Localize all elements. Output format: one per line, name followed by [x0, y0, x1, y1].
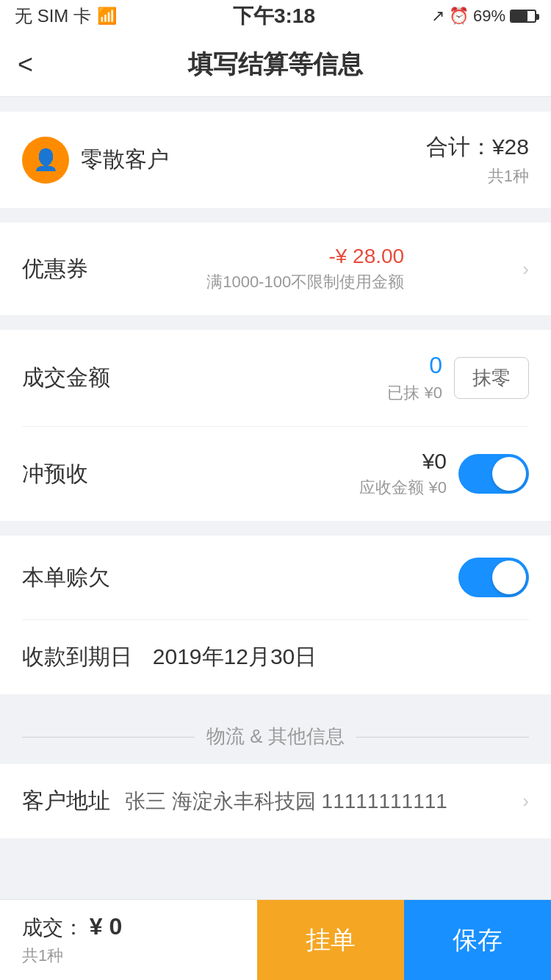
pre-receive-value: ¥0 [359, 449, 447, 474]
avatar: 👤 [22, 137, 69, 184]
deal-section: 成交金额 0 已抹 ¥0 抹零 冲预收 ¥0 应收金额 ¥0 [0, 330, 551, 521]
customer-row: 👤 零散客户 合计：¥28 共1种 [0, 112, 551, 208]
address-section: 客户地址 张三 海淀永丰科技园 11111111111 › [0, 764, 551, 838]
bottom-deal-line: 成交： ¥ 0 [22, 913, 235, 942]
credit-label: 本单赊欠 [22, 563, 110, 593]
address-value: 张三 海淀永丰科技园 11111111111 [125, 788, 508, 815]
battery-icon [510, 10, 536, 23]
coupon-row[interactable]: 优惠券 -¥ 28.00 满1000-100不限制使用金额 › [0, 223, 551, 315]
pre-receive-right: ¥0 应收金额 ¥0 [359, 449, 529, 499]
deal-amount-label: 成交金额 [22, 363, 110, 393]
bottom-summary: 成交： ¥ 0 共1种 [0, 913, 257, 967]
bottom-bar: 成交： ¥ 0 共1种 挂单 保存 [0, 899, 551, 980]
coupon-label: 优惠券 [22, 254, 88, 284]
address-label: 客户地址 [22, 786, 110, 816]
bottom-deal-amount: ¥ 0 [90, 913, 122, 940]
save-button[interactable]: 保存 [404, 900, 551, 981]
deal-amount-right: 0 已抹 ¥0 抹零 [387, 352, 529, 404]
status-time: 下午3:18 [233, 2, 315, 30]
back-button[interactable]: < [18, 49, 33, 80]
logistics-divider: 物流 & 其他信息 [0, 709, 551, 764]
page-title: 填写结算等信息 [188, 48, 363, 82]
status-right: ↗ ⏰ 69% [431, 7, 536, 26]
total-count: 共1种 [426, 165, 529, 187]
coupon-section: 优惠券 -¥ 28.00 满1000-100不限制使用金额 › [0, 223, 551, 315]
bottom-deal-label: 成交： [22, 916, 84, 939]
credit-toggle[interactable] [458, 558, 529, 597]
credit-section: 本单赊欠 收款到期日 2019年12月30日 [0, 536, 551, 694]
content-area: 👤 零散客户 合计：¥28 共1种 优惠券 -¥ 28.00 满1000-100… [0, 112, 551, 941]
credit-toggle-knob [492, 561, 526, 594]
toggle-knob [492, 457, 526, 491]
logistics-label: 物流 & 其他信息 [195, 724, 356, 749]
coupon-description: 满1000-100不限制使用金额 [206, 271, 404, 293]
bottom-count: 共1种 [22, 945, 235, 967]
deal-amount-sub: 已抹 ¥0 [387, 382, 442, 404]
location-icon: ↗ [431, 7, 444, 26]
customer-left: 👤 零散客户 [22, 137, 169, 184]
due-date-label: 收款到期日 [22, 644, 132, 669]
coupon-discount: -¥ 28.00 [206, 245, 404, 268]
round-zero-button[interactable]: 抹零 [454, 357, 529, 399]
pre-receive-row: 冲预收 ¥0 应收金额 ¥0 [0, 427, 551, 521]
no-sim-text: 无 SIM 卡 [15, 4, 91, 28]
pre-receive-label: 冲预收 [22, 459, 88, 489]
pre-receive-toggle[interactable] [458, 454, 529, 494]
status-left: 无 SIM 卡 📶 [15, 4, 117, 28]
status-bar: 无 SIM 卡 📶 下午3:18 ↗ ⏰ 69% [0, 0, 551, 32]
credit-row: 本单赊欠 [0, 536, 551, 619]
coupon-right: -¥ 28.00 满1000-100不限制使用金额 [206, 245, 404, 293]
customer-right: 合计：¥28 共1种 [426, 132, 529, 187]
coupon-chevron-icon: › [522, 258, 529, 281]
total-amount: 合计：¥28 [426, 132, 529, 162]
battery-percent: 69% [473, 7, 505, 26]
alarm-icon: ⏰ [449, 7, 469, 26]
deal-amount-value[interactable]: 0 [387, 352, 442, 379]
pre-receive-sub: 应收金额 ¥0 [359, 477, 447, 499]
address-chevron-icon: › [522, 790, 529, 813]
due-date-row: 收款到期日 2019年12月30日 [0, 620, 551, 694]
wifi-icon: 📶 [97, 7, 117, 26]
customer-section: 👤 零散客户 合计：¥28 共1种 [0, 112, 551, 208]
address-row[interactable]: 客户地址 张三 海淀永丰科技园 11111111111 › [0, 764, 551, 838]
deal-amount-row: 成交金额 0 已抹 ¥0 抹零 [0, 330, 551, 426]
pending-button[interactable]: 挂单 [257, 900, 404, 981]
customer-name: 零散客户 [81, 145, 169, 175]
avatar-icon: 👤 [33, 148, 59, 172]
nav-bar: < 填写结算等信息 [0, 32, 551, 97]
due-date-value[interactable]: 2019年12月30日 [153, 644, 317, 669]
